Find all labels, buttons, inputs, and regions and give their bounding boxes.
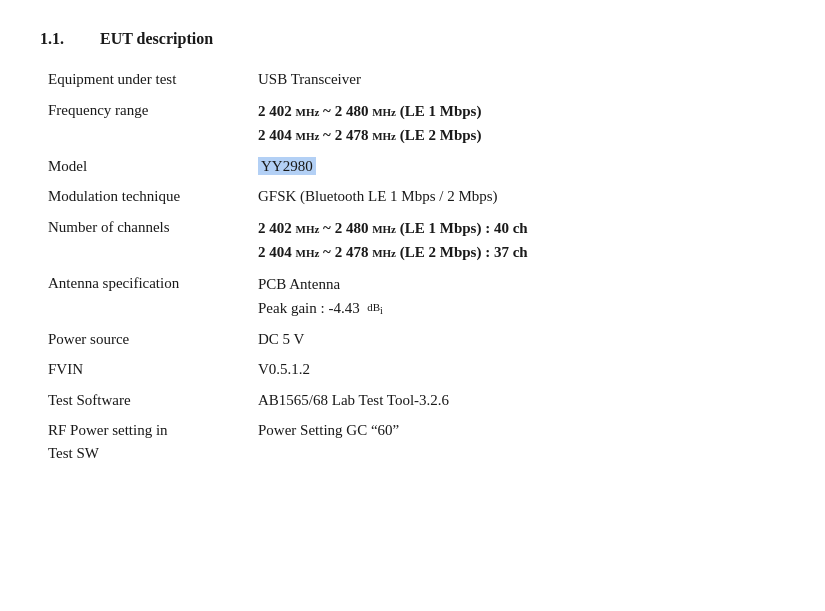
row-label-modulation: Modulation technique — [40, 181, 250, 212]
model-value: YY2980 — [258, 157, 316, 175]
table-row: Model YY2980 — [40, 151, 760, 182]
section-number: 1.1. — [40, 30, 100, 48]
row-label-frequency: Frequency range — [40, 95, 250, 151]
section-header: 1.1.EUT description — [40, 30, 785, 48]
row-label-model: Model — [40, 151, 250, 182]
row-value-channels: 2 402 MHz ~ 2 480 MHz (LE 1 Mbps) : 40 c… — [250, 212, 760, 268]
row-value-model: YY2980 — [250, 151, 760, 182]
section-heading: EUT description — [100, 30, 213, 47]
row-value-equipment: USB Transceiver — [250, 64, 760, 95]
row-value-power: DC 5 V — [250, 324, 760, 355]
table-row: Frequency range 2 402 MHz ~ 2 480 MHz (L… — [40, 95, 760, 151]
row-label-channels: Number of channels — [40, 212, 250, 268]
row-label-equipment: Equipment under test — [40, 64, 250, 95]
row-value-fvin: V0.5.1.2 — [250, 354, 760, 385]
table-row: Antenna specification PCB Antenna Peak g… — [40, 268, 760, 324]
row-value-modulation: GFSK (Bluetooth LE 1 Mbps / 2 Mbps) — [250, 181, 760, 212]
row-label-rf-power: RF Power setting inTest SW — [40, 415, 250, 468]
row-label-fvin: FVIN — [40, 354, 250, 385]
table-row: Equipment under test USB Transceiver — [40, 64, 760, 95]
row-value-antenna: PCB Antenna Peak gain : -4.43 dBi — [250, 268, 760, 324]
antenna-line-1: PCB Antenna — [258, 272, 752, 296]
table-row: Modulation technique GFSK (Bluetooth LE … — [40, 181, 760, 212]
freq-line-2: 2 404 MHz ~ 2 478 MHz (LE 2 Mbps) — [258, 123, 752, 147]
antenna-line-2: Peak gain : -4.43 dBi — [258, 296, 752, 320]
row-label-test-software: Test Software — [40, 385, 250, 416]
row-value-frequency: 2 402 MHz ~ 2 480 MHz (LE 1 Mbps) 2 404 … — [250, 95, 760, 151]
channels-line-2: 2 404 MHz ~ 2 478 MHz (LE 2 Mbps) : 37 c… — [258, 240, 752, 264]
dbi-unit: dBi — [367, 301, 383, 313]
table-row: FVIN V0.5.1.2 — [40, 354, 760, 385]
section-title: 1.1.EUT description — [40, 30, 785, 48]
row-label-antenna: Antenna specification — [40, 268, 250, 324]
eut-table: Equipment under test USB Transceiver Fre… — [40, 64, 760, 468]
table-row: Test Software AB1565/68 Lab Test Tool-3.… — [40, 385, 760, 416]
channels-line-1: 2 402 MHz ~ 2 480 MHz (LE 1 Mbps) : 40 c… — [258, 216, 752, 240]
row-value-rf-power: Power Setting GC “60” — [250, 415, 760, 468]
row-label-power: Power source — [40, 324, 250, 355]
row-value-test-software: AB1565/68 Lab Test Tool-3.2.6 — [250, 385, 760, 416]
table-row: RF Power setting inTest SW Power Setting… — [40, 415, 760, 468]
table-row: Power source DC 5 V — [40, 324, 760, 355]
freq-line-1: 2 402 MHz ~ 2 480 MHz (LE 1 Mbps) — [258, 99, 752, 123]
table-row: Number of channels 2 402 MHz ~ 2 480 MHz… — [40, 212, 760, 268]
